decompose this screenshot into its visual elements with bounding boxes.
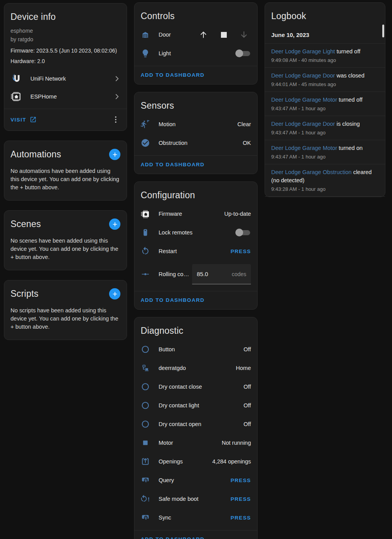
diagnostic-title: Diagnostic (134, 317, 257, 340)
integration-row-esphome[interactable]: ESPHome (4, 88, 127, 106)
diag-row-button[interactable]: Button Off (134, 340, 257, 359)
left-column: Device info esphome by ratgdo Firmware: … (4, 2, 127, 340)
logbook-entity-link[interactable]: Deer Lodge Garage Motor (271, 145, 337, 151)
diag-label: deerratgdo (159, 365, 186, 371)
ray-vertex-icon (141, 270, 150, 279)
config-row-lock-remotes: Lock remotes (134, 223, 257, 242)
integration-label: ESPHome (30, 93, 57, 100)
visit-button[interactable]: VISIT (11, 116, 37, 123)
logbook-scrollbar[interactable] (382, 25, 384, 37)
more-menu-button[interactable] (111, 115, 120, 124)
config-label: Rolling co… (159, 271, 189, 277)
motion-sensor-icon (141, 120, 150, 129)
sensor-label: Motion (159, 121, 176, 127)
circle-outline-icon (141, 382, 150, 391)
add-to-dashboard-button[interactable]: ADD TO DASHBOARD (141, 72, 205, 78)
garage-icon (141, 30, 150, 39)
logbook-entity-link[interactable]: Deer Lodge Garage Motor (271, 97, 337, 103)
logbook-entry: Deer Lodge Garage Light turned off 9:49:… (265, 44, 385, 68)
cover-open-button[interactable] (196, 28, 210, 42)
open-in-new-icon (30, 116, 37, 123)
hardware-line: Hardware: 2.0 (4, 54, 127, 64)
arrow-up-box-icon (141, 457, 150, 466)
logbook-entry: Deer Lodge Garage Motor turned off 9:43:… (265, 92, 385, 116)
sensor-row-obstruction[interactable]: Obstruction OK (134, 134, 257, 152)
add-to-dashboard-button[interactable]: ADD TO DASHBOARD (141, 536, 205, 539)
logbook-message: turned off (337, 48, 360, 55)
lock-remotes-toggle[interactable] (235, 229, 251, 236)
config-label: Lock remotes (159, 229, 192, 236)
rolling-code-input[interactable] (197, 271, 222, 277)
control-label: Door (159, 32, 171, 38)
remote-icon (141, 228, 150, 237)
cover-button-group (196, 28, 251, 42)
diag-row-motor[interactable]: Motor Not running (134, 433, 257, 452)
diag-label: Dry contact light (159, 402, 199, 409)
cover-close-button[interactable] (237, 28, 251, 42)
diag-row-dry-contact-close[interactable]: Dry contact close Off (134, 377, 257, 396)
logbook-entity-link[interactable]: Deer Lodge Garage Obstruction (271, 169, 351, 175)
middle-column: Controls Door (134, 2, 258, 539)
diag-label: Dry contact open (159, 421, 201, 427)
logbook-entity-link[interactable]: Deer Lodge Garage Door (271, 72, 335, 79)
sensors-title: Sensors (134, 92, 257, 115)
rolling-code-input-box: codes (192, 264, 251, 284)
chevron-right-icon (113, 74, 121, 83)
sensor-row-motion[interactable]: Motion Clear (134, 115, 257, 134)
scenes-empty-text: No scenes have been added using this dev… (4, 233, 127, 270)
logbook-timestamp: 9:44:01 AM - 45 minutes ago (271, 81, 379, 87)
config-row-rolling-code: Rolling co… codes (134, 261, 257, 288)
circle-outline-icon (141, 419, 150, 429)
add-scene-button[interactable] (109, 218, 120, 230)
add-to-dashboard-button[interactable]: ADD TO DASHBOARD (141, 162, 205, 167)
logbook-timestamp: 9:49:08 AM - 40 minutes ago (271, 57, 379, 63)
scenes-title: Scenes (11, 219, 41, 229)
diagnostic-card: Diagnostic Button Off deerratgdo (134, 317, 258, 539)
esphome-firmware-icon (141, 209, 150, 218)
diag-row-dry-contact-open[interactable]: Dry contact open Off (134, 415, 257, 433)
diag-row-dry-contact-light[interactable]: Dry contact light Off (134, 396, 257, 415)
logbook-entity-link[interactable]: Deer Lodge Garage Light (271, 48, 335, 55)
logbook-timestamp: 9:43:47 AM - 1 hour ago (271, 154, 379, 160)
restart-press-button[interactable]: PRESS (231, 248, 251, 254)
add-automation-button[interactable] (109, 149, 120, 160)
diag-row-deerratgdo[interactable]: deerratgdo Home (134, 359, 257, 377)
light-toggle[interactable] (235, 49, 251, 57)
safe-mode-boot-press-button[interactable]: PRESS (231, 496, 251, 502)
diag-label: Motor (159, 440, 173, 446)
diag-row-safe-mode-boot: Safe mode boot PRESS (134, 490, 257, 508)
logbook-entry: Deer Lodge Garage Door was closed 9:44:0… (265, 68, 385, 92)
stop-square-icon (221, 32, 227, 38)
diag-row-sync: Sync PRESS (134, 508, 257, 527)
device-name: esphome (4, 26, 127, 35)
configuration-title: Configuration (134, 182, 257, 204)
logbook-timestamp: 9:43:28 AM - 1 hour ago (271, 186, 379, 192)
esphome-logo-icon (11, 91, 22, 102)
integration-label: UniFi Network (30, 76, 66, 82)
diag-label: Openings (159, 458, 183, 465)
diag-row-openings[interactable]: Openings 4,284 openings (134, 452, 257, 471)
diag-label: Query (159, 477, 174, 483)
sync-press-button[interactable]: PRESS (231, 515, 251, 521)
right-column: Logbook June 10, 2023 Deer Lodge Garage … (265, 2, 385, 197)
diag-value: Off (244, 421, 251, 427)
integration-row-unifi[interactable]: UniFi Network (4, 70, 127, 88)
gesture-tap-icon (141, 513, 150, 522)
add-script-button[interactable] (109, 288, 120, 299)
sensor-label: Obstruction (159, 140, 187, 146)
automations-card: Automations No automations have been add… (4, 141, 127, 201)
device-manufacturer: by ratgdo (4, 35, 127, 43)
control-label: Light (159, 50, 171, 56)
config-label: Firmware (159, 211, 182, 217)
add-to-dashboard-button[interactable]: ADD TO DASHBOARD (141, 297, 205, 303)
integration-list: UniFi Network (4, 70, 127, 106)
sensors-card: Sensors Motion Clear (134, 92, 258, 174)
automations-empty-text: No automations have been added using thi… (4, 163, 127, 200)
config-row-firmware[interactable]: Firmware Up-to-date (134, 204, 257, 223)
query-press-button[interactable]: PRESS (231, 477, 251, 483)
diag-value: Off (244, 346, 251, 352)
logbook-entity-link[interactable]: Deer Lodge Garage Door (271, 121, 335, 127)
cover-stop-button[interactable] (217, 28, 231, 42)
device-info-title: Device info (4, 4, 127, 26)
circle-outline-icon (141, 345, 150, 354)
